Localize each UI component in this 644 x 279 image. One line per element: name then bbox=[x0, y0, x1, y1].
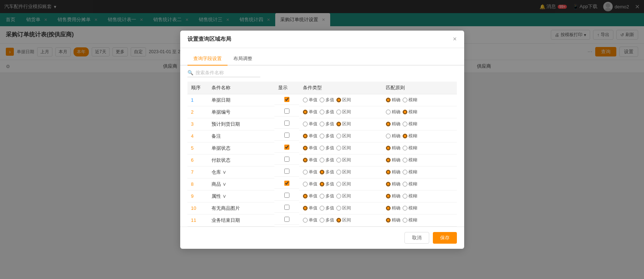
settings-dialog: 设置查询区域布局 × 查询字段设置 布局调整 🔍 顺序 bbox=[180, 31, 464, 73]
search-icon: 🔍 bbox=[187, 70, 193, 73]
search-input[interactable] bbox=[195, 70, 254, 73]
dialog-header: 设置查询区域布局 × bbox=[180, 31, 464, 48]
dialog-close-button[interactable]: × bbox=[453, 36, 457, 42]
dialog-title: 设置查询区域布局 bbox=[187, 36, 231, 43]
dialog-search: 🔍 bbox=[180, 66, 464, 73]
dialog-tabs: 查询字段设置 布局调整 bbox=[180, 48, 464, 66]
dialog-overlay: 设置查询区域布局 × 查询字段设置 布局调整 🔍 顺序 bbox=[0, 0, 644, 73]
search-wrap: 🔍 bbox=[187, 70, 260, 73]
tab-query-fields[interactable]: 查询字段设置 bbox=[187, 52, 228, 66]
tab-layout-adjust[interactable]: 布局调整 bbox=[228, 52, 258, 66]
